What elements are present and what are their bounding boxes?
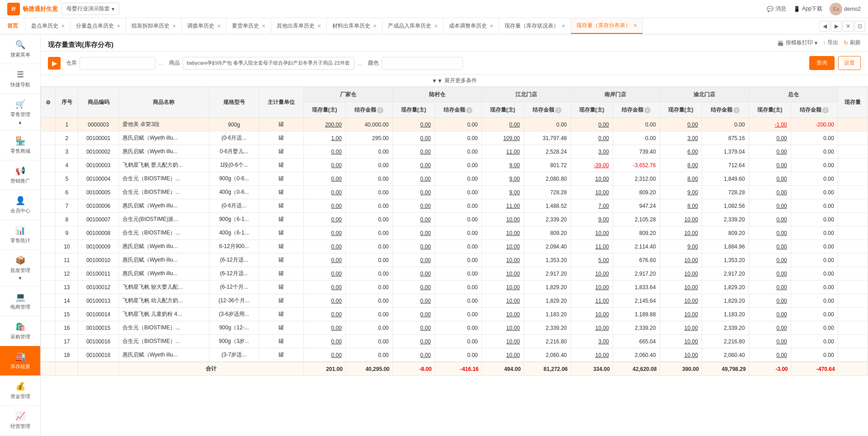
user-name: demo2 — [844, 6, 861, 12]
table-cell: 0.00 — [392, 159, 434, 172]
close-icon[interactable]: ✕ — [490, 23, 493, 28]
tab-requisition[interactable]: 要货单历史 ✕ — [226, 18, 271, 34]
table-cell: 801.72 — [524, 159, 571, 172]
sidebar-item-retail-store[interactable]: 🏪 零售商城 — [0, 131, 40, 160]
color-input[interactable] — [382, 57, 463, 70]
table-cell: -1.00 — [749, 118, 791, 131]
th-product-name: 商品名称 — [118, 87, 209, 118]
tab-inventory-status[interactable]: 现存量（库存状况表） ✕ — [499, 18, 571, 34]
sidebar-item-wholesale[interactable]: 📦 批发管理 ▼ — [0, 250, 40, 286]
sidebar-item-inventory[interactable]: 🏭 库存核算 — [0, 346, 40, 376]
th-settings[interactable]: ⚙ — [41, 87, 56, 118]
tab-other-out[interactable]: 其他出库单历史 ✕ — [271, 18, 327, 34]
sidebar-item-ops[interactable]: 📈 经营管理 — [0, 406, 40, 436]
sidebar-item-member[interactable]: 👤 会员中心 — [0, 190, 40, 220]
nav-next-btn[interactable]: ▶ — [831, 21, 842, 32]
table-cell: 0.00 — [749, 294, 791, 308]
info-icon[interactable]: i — [377, 107, 383, 113]
nav-prev-btn[interactable]: ◀ — [819, 21, 830, 32]
tab-home[interactable]: 首页 — [0, 18, 26, 34]
table-cell: 11.00 — [571, 240, 613, 253]
warehouse-input[interactable] — [80, 57, 156, 70]
tab-inventory-dist[interactable]: 现存量（库存分布表） ✕ — [571, 18, 643, 34]
refresh-btn[interactable]: ↻ 刷新 — [844, 39, 861, 47]
tab-finished-in[interactable]: 产成品入库单历史 ✕ — [382, 18, 443, 34]
table-cell: 2,060.40 — [613, 348, 660, 362]
expand-more-row[interactable]: ▼▼ 展开更多条件 — [41, 75, 868, 86]
tab-sub-inventory-count[interactable]: 分量盘点单历史 ✕ — [71, 18, 126, 34]
info-icon[interactable]: i — [466, 107, 472, 113]
table-cell: 0.00 — [434, 131, 481, 145]
close-icon[interactable]: ✕ — [561, 23, 565, 28]
table-cell: 0.00 — [481, 118, 524, 131]
sidebar-item-wholesale-label: 批发管理 — [10, 267, 30, 274]
close-icon[interactable]: ✕ — [217, 23, 221, 28]
sidebar-item-ecom[interactable]: 💻 电商管理 — [0, 286, 40, 316]
settings-button[interactable]: 设置 — [838, 56, 861, 70]
data-table: ⚙ 序号 商品编码 商品名称 规格型号 主计量单位 厂家仓 陆村仓 江北门店 南… — [41, 87, 868, 376]
tab-assembly[interactable]: 组装拆卸单历史 ✕ — [126, 18, 182, 34]
th-jb-amount: 结存金额i — [524, 103, 571, 118]
sidebar-item-finance[interactable]: 💰 资金管理 — [0, 376, 40, 406]
close-icon[interactable]: ✕ — [317, 23, 321, 28]
tab-inventory-count[interactable]: 盘点单历史 ✕ — [26, 18, 71, 34]
table-cell: 2,216.80 — [524, 335, 571, 348]
search-button[interactable]: 查询 — [809, 56, 835, 70]
tab-material-out[interactable]: 材料出库单历史 ✕ — [327, 18, 382, 34]
tab-cost-adjust-label: 成本调整单历史 — [449, 22, 487, 30]
filter-expand-btn[interactable]: ▶ — [48, 57, 61, 70]
goods-picker-icon[interactable]: … — [357, 60, 363, 66]
export-btn[interactable]: ↑ 导出 — [823, 39, 838, 47]
info-icon[interactable]: i — [555, 107, 561, 113]
table-row: 10000003爱他美 卓荣3段900g罐200.0040,000.000.00… — [41, 118, 868, 131]
close-icon[interactable]: ✕ — [61, 23, 65, 28]
close-icon[interactable]: ✕ — [633, 23, 637, 28]
table-cell: 0.00 — [345, 159, 392, 172]
close-icon[interactable]: ✕ — [172, 23, 176, 28]
app-download-btn[interactable]: 📱 App下载 — [793, 5, 822, 13]
tab-cost-adjust[interactable]: 成本调整单历史 ✕ — [443, 18, 499, 34]
close-icon[interactable]: ✕ — [434, 23, 438, 28]
goods-input[interactable] — [183, 57, 354, 70]
nav-expand-btn[interactable]: ⊡ — [854, 21, 865, 32]
sidebar-item-purchase[interactable]: 🛍️ 采购管理 — [0, 316, 40, 346]
sidebar-item-search-hero[interactable]: 🔍 搜索英单 — [0, 34, 40, 64]
table-cell: 0.00 — [749, 213, 791, 226]
tab-transfer[interactable]: 调拨单历史 ✕ — [182, 18, 226, 34]
wholesale-icon: 📦 — [15, 255, 25, 265]
table-row: 1300100012飞鹤星飞帆 较大婴儿配...(6-12个月...罐0.000… — [41, 281, 868, 294]
sidebar-item-retail-mgmt[interactable]: 🛒 零售管理 ▲ — [0, 94, 40, 131]
info-icon[interactable]: i — [733, 107, 740, 113]
table-cell: 0.00 — [345, 240, 392, 253]
table-cell: 10.00 — [571, 348, 613, 362]
nav-close-all-btn[interactable]: ✕ — [843, 21, 854, 32]
table-cell: 0.00 — [303, 294, 345, 308]
info-icon[interactable]: i — [644, 107, 651, 113]
table-cell: 10.00 — [571, 321, 613, 335]
sidebar-item-ops-label: 经营管理 — [10, 423, 30, 430]
company-selector[interactable]: 母婴行业演示陈套 ▾ — [61, 3, 119, 15]
table-cell: 0.00 — [749, 186, 791, 199]
info-icon[interactable]: i — [822, 107, 829, 113]
table-cell: 11.00 — [481, 199, 524, 213]
user-area[interactable]: Ea demo2 — [830, 3, 861, 15]
table-cell: 10.00 — [571, 226, 613, 240]
message-btn[interactable]: 💬 消息 — [767, 5, 786, 13]
table-cell: 2,339.20 — [613, 321, 660, 335]
print-btn[interactable]: 🖨️ 按模板打印 ▾ — [777, 39, 817, 47]
table-cell: 10.00 — [660, 226, 702, 240]
table-cell: 0.00 — [749, 131, 791, 145]
sidebar-item-shortcut-nav[interactable]: ☰ 快捷导航 — [0, 64, 40, 94]
sidebar-item-marketing[interactable]: 📢 营销推广 — [0, 160, 40, 190]
warehouse-picker-icon[interactable]: … — [158, 60, 164, 66]
table-cell: 2,917.20 — [613, 267, 660, 281]
table-cell: 0.00 — [524, 118, 571, 131]
table-cell: 0.00 — [392, 335, 434, 348]
close-icon[interactable]: ✕ — [373, 23, 377, 28]
close-icon[interactable]: ✕ — [117, 23, 120, 28]
sidebar-item-member-label: 会员中心 — [10, 207, 30, 214]
table-cell: 0.00 — [791, 335, 838, 348]
table-cell: 676.60 — [613, 253, 660, 267]
sidebar-item-retail-stats[interactable]: 📊 零售统计 — [0, 220, 40, 250]
close-icon[interactable]: ✕ — [262, 23, 265, 28]
